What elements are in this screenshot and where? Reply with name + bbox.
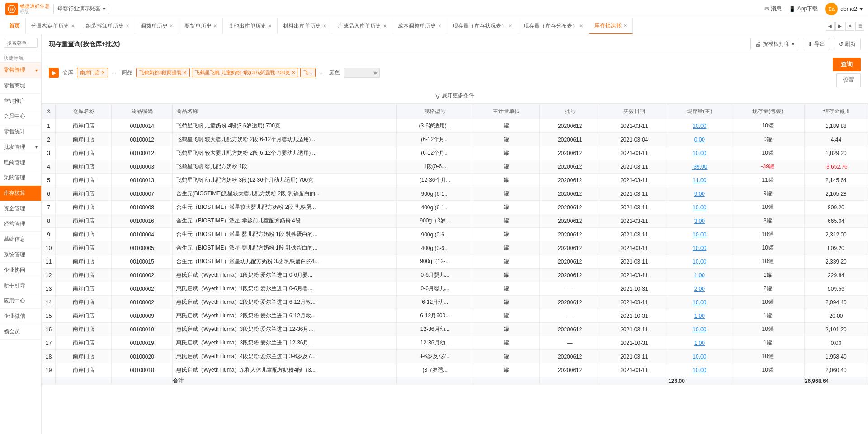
sidebar-item-member2[interactable]: 畅会员 — [0, 324, 41, 340]
sidebar-item-enterprise[interactable]: 企业协同 — [0, 263, 41, 278]
sidebar-item-purchase[interactable]: 采购管理 — [0, 170, 41, 186]
nav-tab-3[interactable]: 调拨单历史 ✕ — [135, 18, 179, 34]
stock1-link[interactable]: 0.00 — [694, 137, 705, 143]
sidebar-item-guide[interactable]: 新手引导 — [0, 278, 41, 293]
sidebar-item-basic[interactable]: 基础信息 — [0, 232, 41, 247]
sidebar-item-system[interactable]: 系统管理 — [0, 247, 41, 263]
stock1-link[interactable]: 3.00 — [694, 218, 705, 224]
print-btn[interactable]: 🖨 按模板打印 ▾ — [750, 38, 799, 50]
warehouse-more-dots[interactable]: ··· — [110, 70, 118, 76]
user-area[interactable]: Ea demo2 ▾ — [825, 3, 863, 15]
cell-warehouse: 南岸门店 — [56, 241, 112, 255]
nav-tab-4[interactable]: 要货单历史 ✕ — [179, 18, 223, 34]
stock1-link[interactable]: 10.00 — [693, 231, 706, 238]
cell-name: 惠氏启赋（Wyeth illuma）3段奶粉 爱尔兰进口 12-36月... — [172, 336, 396, 350]
sidebar-item-wholesale[interactable]: 批发管理 ▾ — [0, 140, 41, 155]
cell-stock1: 10.00 — [668, 323, 731, 336]
stock1-link[interactable]: 1.00 — [694, 313, 705, 319]
nav-tab-6-close[interactable]: ✕ — [323, 24, 326, 28]
stock1-link[interactable]: 10.00 — [693, 259, 706, 265]
sidebar-item-ecommerce[interactable]: 电商管理 — [0, 155, 41, 170]
nav-tab-11-close[interactable]: ✕ — [623, 23, 627, 28]
sidebar-item-member[interactable]: 会员中心 — [0, 109, 41, 124]
stock1-link[interactable]: 1.00 — [694, 340, 705, 346]
stock1-link[interactable]: 1.00 — [694, 272, 705, 278]
warehouse-tag-close-icon[interactable]: ✕ — [101, 70, 105, 75]
message-btn[interactable]: ✉ 消息 — [764, 5, 782, 13]
product-tag-2[interactable]: 飞鹤星飞帆 儿童奶粉 4段(3-6岁适用) 700克 ✕ — [192, 68, 298, 77]
nav-tab-8-close[interactable]: ✕ — [438, 24, 441, 28]
nav-menu-btn[interactable]: ▤ — [855, 22, 864, 31]
stock1-link[interactable]: 11.00 — [693, 177, 706, 184]
product-tag-more[interactable]: 飞... — [300, 68, 316, 77]
nav-tab-2[interactable]: 组装拆卸单历史 ✕ — [80, 18, 135, 34]
nav-tab-10-close[interactable]: ✕ — [580, 24, 583, 28]
nav-tab-5-close[interactable]: ✕ — [268, 24, 272, 28]
sidebar-item-finance[interactable]: 资金管理 — [0, 201, 41, 217]
cell-name: 飞鹤星飞帆 婴儿配方奶粉 1段 — [172, 160, 396, 174]
nav-tab-9-close[interactable]: ✕ — [509, 24, 512, 28]
sidebar-item-retail[interactable]: 零售管理 ▾ — [0, 63, 41, 78]
product-more-dots[interactable]: ··· — [317, 70, 326, 76]
stock1-link[interactable]: 10.00 — [693, 150, 706, 156]
th-settings[interactable]: ⚙ — [42, 104, 56, 119]
nav-tab-7[interactable]: 产成品入库单历史 ✕ — [332, 18, 392, 34]
nav-tab-1[interactable]: 分量盘点单历史 ✕ — [26, 18, 80, 34]
export-btn[interactable]: ⬇ 导出 — [803, 38, 830, 50]
sidebar-item-operation[interactable]: 经营管理 — [0, 217, 41, 232]
nav-tab-3-close[interactable]: ✕ — [170, 24, 173, 28]
app-download-btn[interactable]: 📱 App下载 — [789, 5, 818, 13]
stock1-link[interactable]: 2.00 — [694, 286, 705, 292]
nav-tab-home[interactable]: 首页 — [4, 18, 26, 34]
sidebar-item-apps[interactable]: 应用中心 — [0, 293, 41, 309]
sidebar-item-retail-stats[interactable]: 零售统计 — [0, 124, 41, 140]
company-selector[interactable]: 母婴行业演示账套 ▾ — [53, 4, 109, 14]
cell-batch: 20200612 — [540, 241, 600, 255]
table-row: 15 南岸门店 00100009 惠氏启赋（Wyeth illuma）2段奶粉 … — [42, 309, 868, 323]
cell-amount: 2,312.00 — [804, 228, 868, 241]
nav-tab-2-close[interactable]: ✕ — [126, 24, 129, 28]
expand-btn[interactable]: ⋁ 展开更多条件 — [435, 92, 474, 99]
search-input[interactable] — [4, 38, 38, 48]
nav-prev-btn[interactable]: ◀ — [826, 22, 835, 31]
sidebar-item-system-label: 系统管理 — [4, 251, 25, 259]
stock1-link[interactable]: 10.00 — [693, 354, 706, 360]
stock1-link[interactable]: 9.00 — [694, 191, 705, 197]
product-tag-2-close[interactable]: ✕ — [292, 70, 295, 75]
nav-tab-10[interactable]: 现存量（库存分布表） ✕ — [518, 18, 589, 34]
cell-batch: 20200612 — [540, 119, 600, 133]
warehouse-tag[interactable]: 南岸门店 ✕ — [77, 68, 108, 77]
cell-expire: 2021-03-11 — [600, 174, 668, 187]
sidebar-item-weixin[interactable]: 企业微信 — [0, 309, 41, 324]
settings-btn[interactable]: 设置 — [836, 73, 861, 87]
cell-amount: 2,339.20 — [804, 255, 868, 269]
stock1-link[interactable]: -39.00 — [692, 164, 707, 170]
stock1-link[interactable]: 10.00 — [693, 299, 706, 306]
stock1-link[interactable]: 10.00 — [693, 367, 706, 373]
stock1-link[interactable]: 10.00 — [693, 326, 706, 333]
sidebar-item-inventory[interactable]: 库存核算 — [0, 186, 41, 201]
color-select[interactable] — [344, 68, 380, 78]
cell-stock2: 10罐 — [731, 201, 804, 214]
refresh-btn[interactable]: ↺ 刷新 — [834, 38, 861, 50]
nav-tab-1-close[interactable]: ✕ — [71, 24, 75, 28]
stock1-link[interactable]: 10.00 — [693, 123, 706, 129]
nav-close-btn[interactable]: ✕ — [845, 22, 854, 31]
nav-tab-7-close[interactable]: ✕ — [383, 24, 387, 28]
query-btn[interactable]: 查询 — [833, 58, 861, 71]
sidebar-item-mall[interactable]: 零售商城 — [0, 78, 41, 94]
nav-tab-11[interactable]: 库存批次账 ✕ — [589, 18, 633, 34]
filter-toggle-btn[interactable]: ▶ — [49, 68, 59, 78]
nav-tab-4-close[interactable]: ✕ — [213, 24, 217, 28]
sidebar-item-marketing[interactable]: 营销推广 — [0, 94, 41, 109]
nav-next-btn[interactable]: ▶ — [835, 22, 844, 31]
nav-tab-6[interactable]: 材料出库单历史 ✕ — [278, 18, 332, 34]
expand-label: 展开更多条件 — [442, 92, 474, 99]
nav-tab-9[interactable]: 现存量（库存状况表） ✕ — [447, 18, 518, 34]
product-tag-1[interactable]: 飞鹤奶粉3段两提装 ✕ — [136, 68, 190, 77]
stock1-link[interactable]: 10.00 — [693, 245, 706, 251]
nav-tab-5[interactable]: 其他出库单历史 ✕ — [223, 18, 278, 34]
product-tag-1-close[interactable]: ✕ — [183, 70, 187, 75]
nav-tab-8[interactable]: 成本调整单历史 ✕ — [392, 18, 447, 34]
stock1-link[interactable]: 10.00 — [693, 204, 706, 211]
